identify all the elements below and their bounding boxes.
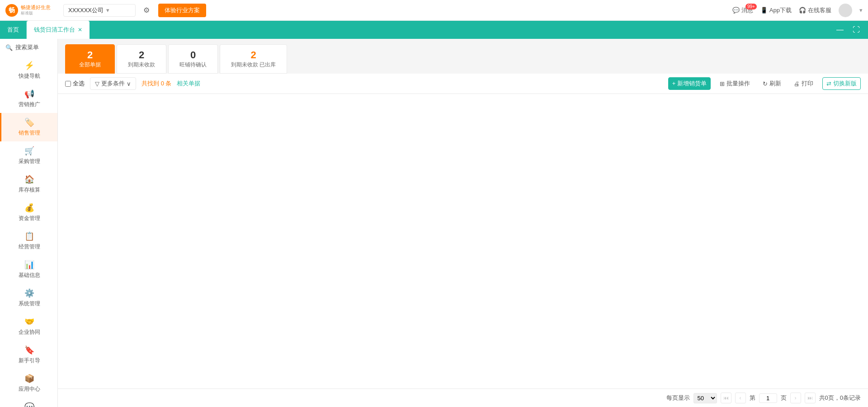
sidebar-item-guide[interactable]: 🔖 新手引导 xyxy=(0,341,57,369)
more-conditions-button[interactable]: ▽ 更多条件 ∨ xyxy=(90,77,136,90)
refresh-icon: ↻ xyxy=(763,80,768,87)
page-label-end: 页 xyxy=(781,394,787,402)
enterprise-wechat-icon: 💬 xyxy=(24,402,34,407)
logo-text: 畅捷通好生意 xyxy=(21,4,51,10)
page-input[interactable]: 1 xyxy=(759,393,777,403)
pagination-bar: 每页显示 50 100 200 ⏮ ‹ 第 1 页 › ⏭ 共0页，0条记录 xyxy=(58,388,868,407)
sidebar-item-system[interactable]: ⚙️ 系统管理 xyxy=(0,284,57,312)
stat-tab-pending[interactable]: 0 旺铺待确认 xyxy=(168,44,218,74)
last-page-button[interactable]: ⏭ xyxy=(805,393,816,403)
sidebar-item-marketing[interactable]: 📢 营销推广 xyxy=(0,84,57,113)
sidebar-label-inventory: 库存核算 xyxy=(19,186,40,194)
service-icon: 🎧 xyxy=(799,7,806,14)
empty-state xyxy=(58,94,868,229)
stat-label-all: 全部单据 xyxy=(79,61,101,69)
chevron-conditions-icon: ∨ xyxy=(127,80,131,87)
content-area: 2 全部单据 2 到期未收款 0 旺铺待确认 2 到期未收款 已出库 全选 xyxy=(58,39,868,407)
notification-badge: 99+ xyxy=(745,4,757,9)
tab-maximize-icon[interactable]: ⛶ xyxy=(850,23,863,36)
right-actions: + 新增销货单 ⊞ 批量操作 ↻ 刷新 🖨 打印 ⇄ 切换新版 xyxy=(668,77,861,90)
trial-button[interactable]: 体验行业方案 xyxy=(158,4,206,17)
user-name[interactable]: ▾ xyxy=(859,7,863,14)
related-docs-link[interactable]: 相关单据 xyxy=(177,80,200,88)
sidebar-label-quick-nav: 快捷导航 xyxy=(19,72,40,80)
tab-home[interactable]: 首页 xyxy=(0,21,27,39)
print-icon: 🖨 xyxy=(794,80,800,87)
refresh-button[interactable]: ↻ 刷新 xyxy=(759,78,785,89)
refresh-label: 刷新 xyxy=(769,80,781,88)
select-all-input[interactable] xyxy=(65,81,71,87)
stat-tab-shipped[interactable]: 2 到期未收款 已出库 xyxy=(220,44,287,74)
sidebar-item-enterprise-wechat[interactable]: 💬 企业微信 xyxy=(0,398,57,407)
sidebar-item-app-center[interactable]: 📦 应用中心 xyxy=(0,369,57,398)
total-records: 共0页，0条记录 xyxy=(819,394,861,402)
stat-label-shipped: 到期未收款 已出库 xyxy=(231,61,276,69)
stat-tab-all[interactable]: 2 全部单据 xyxy=(65,44,115,74)
sidebar-label-purchase: 采购管理 xyxy=(19,158,40,165)
next-page-button[interactable]: › xyxy=(790,393,801,403)
prev-page-button[interactable]: ‹ xyxy=(735,393,746,403)
sidebar-item-enterprise[interactable]: 🤝 企业协同 xyxy=(0,312,57,341)
table-area xyxy=(58,94,868,388)
sidebar-label-app-center: 应用中心 xyxy=(19,385,40,393)
chevron-down-icon: ▾ xyxy=(106,7,109,14)
new-sales-order-button[interactable]: + 新增销货单 xyxy=(668,77,711,90)
finance-icon: 💰 xyxy=(24,203,34,213)
tab-home-label: 首页 xyxy=(7,26,19,34)
guide-icon: 🔖 xyxy=(24,345,34,355)
notification-item[interactable]: 💬 消息 99+ xyxy=(732,6,753,14)
app-download-icon: 📱 xyxy=(760,7,768,14)
purchase-icon: 🛒 xyxy=(24,146,34,156)
online-service-label: 在线客服 xyxy=(808,6,831,14)
tab-close-icon[interactable]: ✕ xyxy=(78,27,82,33)
inventory-icon: 🏠 xyxy=(24,174,34,184)
user-avatar[interactable] xyxy=(839,4,852,17)
switch-version-button[interactable]: ⇄ 切换新版 xyxy=(822,77,861,90)
sidebar: 🔍 搜索菜单 ⚡ 快捷导航 📢 营销推广 🏷️ 销售管理 🛒 采购管理 🏠 库存… xyxy=(0,39,58,407)
result-prefix: 共找到 xyxy=(142,80,159,87)
system-icon: ⚙️ xyxy=(24,288,34,298)
page-size-select[interactable]: 50 100 200 xyxy=(693,393,717,403)
sidebar-label-marketing: 营销推广 xyxy=(19,101,40,108)
search-menu-item[interactable]: 🔍 搜索菜单 xyxy=(0,39,57,56)
result-unit: 条 xyxy=(165,80,171,87)
sidebar-item-operations[interactable]: 📋 经营管理 xyxy=(0,227,57,255)
select-all-label: 全选 xyxy=(73,80,85,88)
sidebar-label-operations: 经营管理 xyxy=(19,243,40,251)
sidebar-label-guide: 新手引导 xyxy=(19,357,40,365)
tab-minimize-icon[interactable]: — xyxy=(834,23,846,36)
sidebar-item-quick-nav[interactable]: ⚡ 快捷导航 xyxy=(0,56,57,84)
app-download-item[interactable]: 📱 App下载 xyxy=(760,6,792,14)
stat-label-pending: 旺铺待确认 xyxy=(179,61,207,69)
stat-number-pending: 0 xyxy=(190,49,196,61)
sidebar-label-sales: 销售管理 xyxy=(19,129,40,137)
sidebar-item-sales[interactable]: 🏷️ 销售管理 xyxy=(0,113,57,141)
online-service-item[interactable]: 🎧 在线客服 xyxy=(799,6,831,14)
filter-bar: 全选 ▽ 更多条件 ∨ 共找到 0 条 相关单据 + 新增销货单 ⊞ 批量操作 xyxy=(58,74,868,94)
quick-nav-icon: ⚡ xyxy=(24,61,34,70)
sidebar-item-inventory[interactable]: 🏠 库存核算 xyxy=(0,170,57,198)
logo-area: 畅 畅捷通好生意 标准版 xyxy=(5,4,63,17)
page-label: 第 xyxy=(750,394,755,402)
settings-icon[interactable]: ⚙ xyxy=(139,3,154,18)
stats-tabs: 2 全部单据 2 到期未收款 0 旺铺待确认 2 到期未收款 已出库 xyxy=(58,39,868,74)
sidebar-item-purchase[interactable]: 🛒 采购管理 xyxy=(0,141,57,170)
tab-work-station[interactable]: 钱货日清工作台 ✕ xyxy=(27,21,90,39)
batch-icon: ⊞ xyxy=(720,80,725,87)
batch-operation-button[interactable]: ⊞ 批量操作 xyxy=(716,78,754,89)
select-all-checkbox[interactable]: 全选 xyxy=(65,80,85,88)
sidebar-label-finance: 资金管理 xyxy=(19,215,40,222)
app-download-label: App下载 xyxy=(769,6,792,14)
enterprise-icon: 🤝 xyxy=(24,317,34,327)
sidebar-item-finance[interactable]: 💰 资金管理 xyxy=(0,198,57,227)
main-layout: 🔍 搜索菜单 ⚡ 快捷导航 📢 营销推广 🏷️ 销售管理 🛒 采购管理 🏠 库存… xyxy=(0,39,868,407)
sidebar-item-basic-info[interactable]: 📊 基础信息 xyxy=(0,255,57,284)
company-selector[interactable]: XXXXXX公司 ▾ xyxy=(63,4,136,17)
tab-work-station-label: 钱货日清工作台 xyxy=(34,26,75,34)
message-icon: 💬 xyxy=(732,7,740,14)
first-page-button[interactable]: ⏮ xyxy=(721,393,731,403)
stat-tab-overdue[interactable]: 2 到期未收款 xyxy=(117,44,166,74)
search-menu-label: 搜索菜单 xyxy=(15,43,39,51)
logo-badge: 标准版 xyxy=(21,10,51,16)
print-button[interactable]: 🖨 打印 xyxy=(790,78,817,89)
